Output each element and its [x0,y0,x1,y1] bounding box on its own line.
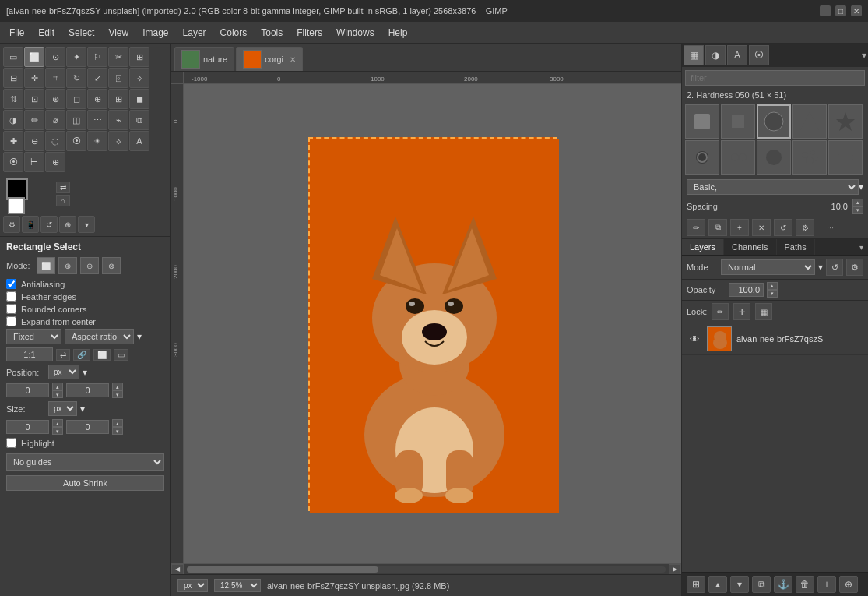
tab-layers[interactable]: Layers [682,239,724,255]
zoom-select[interactable]: 12.5% 25% 50% 100% [214,579,261,592]
tool-handle-transform[interactable]: ⊕ [87,89,107,109]
feather-edges-label[interactable]: Feather edges [21,292,76,302]
brush-tab-gradient[interactable]: ◑ [705,45,726,65]
panel-sample-points[interactable]: ⊕ [59,216,76,233]
brush-delete-button[interactable]: ✕ [752,219,771,236]
brush-duplicate-button[interactable]: ⧉ [708,219,727,236]
tool-ink[interactable]: ⌁ [108,110,128,130]
tool-rectangle-select[interactable]: ▭ [3,47,23,67]
opacity-down[interactable]: ▾ [767,290,778,298]
tool-smudge[interactable]: ⦿ [66,131,86,151]
tab-channels[interactable]: Channels [724,239,776,255]
position-unit[interactable]: px % in cm [48,365,79,379]
tab-corgi[interactable]: corgi ✕ [236,47,303,71]
menu-view[interactable]: View [102,25,135,41]
reset-colors-button[interactable]: ⌂ [56,195,70,206]
aspect-ratio-select[interactable]: Aspect ratio Width Height Size [65,329,134,344]
highlight-label[interactable]: Highlight [21,439,54,448]
opacity-input[interactable] [729,283,764,297]
tool-clone[interactable]: ⧉ [129,110,149,130]
pos-y-down[interactable]: ▾ [112,390,123,398]
tool-airbrush[interactable]: ⋯ [87,110,107,130]
menu-filters[interactable]: Filters [290,25,329,41]
tool-free-select[interactable]: ⊙ [45,47,65,67]
canvas-image[interactable] [308,137,557,511]
highlight-checkbox[interactable] [6,438,16,448]
background-color[interactable] [8,197,25,214]
brush-category-select[interactable]: Basic, Calligraphic Sketch [687,179,859,195]
brush-tab-pattern[interactable]: ▦ [684,45,704,65]
tool-blend[interactable]: ◑ [3,110,23,130]
spacing-down[interactable]: ▾ [852,206,863,214]
lower-layer-button[interactable]: ▾ [730,576,749,593]
pos-y-input[interactable] [66,383,109,397]
pos-x-up[interactable]: ▴ [52,383,63,390]
menu-help[interactable]: Help [382,25,414,41]
brush-refresh-button[interactable]: ↺ [774,219,792,236]
brush-settings-button[interactable]: ⚙ [796,219,814,236]
scroll-left-button[interactable]: ◀ [171,564,184,575]
ratio-aspect-lock[interactable]: 🔗 [73,349,90,361]
tool-scale[interactable]: ⤢ [87,68,107,88]
tool-rotate[interactable]: ↻ [66,68,86,88]
tab-nature[interactable]: nature [174,47,234,71]
raise-layer-button[interactable]: ▴ [708,576,727,593]
tool-pencil[interactable]: ✏ [24,110,44,130]
tool-path[interactable]: ⟡ [108,131,128,151]
panel-tool-options[interactable]: ⚙ [3,216,20,233]
tool-unified-transform[interactable]: ⊞ [108,89,128,109]
layer-mode-options[interactable]: ⚙ [846,259,863,276]
tool-3d-transform[interactable]: ◻ [66,89,86,109]
auto-shrink-button[interactable]: Auto Shrink [6,475,164,491]
brush-tab-font[interactable]: A [727,45,747,65]
size-unit[interactable]: px % [48,401,77,416]
delete-layer-button[interactable]: 🗑 [796,576,814,593]
merge-down-button[interactable]: ⊕ [839,576,858,593]
size-h-down[interactable]: ▾ [112,427,123,435]
size-w-down[interactable]: ▾ [52,427,63,435]
canvas-main[interactable] [184,84,681,563]
new-layer-button[interactable]: + [817,576,836,593]
ratio-landscape[interactable]: ⬜ [93,349,111,361]
menu-windows[interactable]: Windows [330,25,381,41]
size-h-up[interactable]: ▴ [112,419,123,427]
ratio-portrait[interactable]: ▭ [114,349,128,361]
antialiasing-label[interactable]: Antialiasing [21,280,65,289]
close-button[interactable]: ✕ [851,5,862,16]
swap-colors-button[interactable]: ⇄ [56,182,70,193]
layer-visibility-toggle[interactable]: 👁 [687,331,702,347]
tool-warp[interactable]: ⊛ [45,89,65,109]
panel-menu-button[interactable]: ▾ [862,45,866,65]
mode-replace[interactable]: ⬜ [37,257,55,274]
panel-device-status[interactable]: 📱 [22,216,39,233]
no-guides-select[interactable]: No guides Center lines Rule of thirds Go… [6,453,164,471]
maximize-button[interactable]: □ [835,5,846,16]
brush-cell-1[interactable] [685,104,719,139]
pos-x-down[interactable]: ▾ [52,390,63,398]
size-w-input[interactable] [6,420,49,434]
tab-close-button[interactable]: ✕ [290,55,296,64]
layer-mode-select[interactable]: Normal Dissolve Multiply Screen Overlay [721,259,815,275]
tool-dodge-burn[interactable]: ☀ [87,131,107,151]
brush-cell-3[interactable] [757,104,791,139]
brush-cell-6[interactable] [685,140,719,175]
rounded-corners-label[interactable]: Rounded corners [21,305,86,314]
minimize-button[interactable]: – [820,5,831,16]
anchor-layer-button[interactable]: ⚓ [774,576,792,593]
lock-alpha-button[interactable]: ▦ [755,303,772,320]
antialiasing-checkbox[interactable] [6,279,16,289]
brush-filter-input[interactable] [685,70,865,86]
mode-subtract[interactable]: ⊖ [80,257,99,274]
tool-select-color[interactable]: ⚐ [87,47,107,67]
layer-item-0[interactable]: 👁 alvan-nee-brFsZ7qszS [682,323,868,355]
spacing-up[interactable]: ▴ [852,199,863,206]
layers-panel-menu[interactable]: ▾ [855,242,868,253]
brush-cell-5[interactable] [828,104,863,139]
brush-cell-10[interactable] [828,140,863,175]
ratio-swap[interactable]: ⇄ [56,349,70,361]
brush-cell-4[interactable] [792,104,827,139]
tool-eraser[interactable]: ◫ [66,110,86,130]
scrollbar-thumb-h[interactable] [187,566,378,573]
brush-cell-9[interactable] [792,140,827,175]
layer-mode-reset[interactable]: ↺ [826,259,843,276]
